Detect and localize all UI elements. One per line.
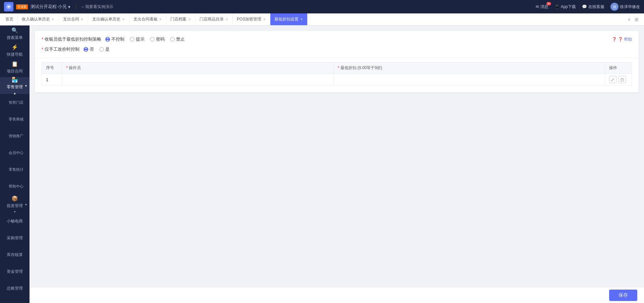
tab-payment-contract[interactable]: 支出合同 × [59, 13, 88, 26]
sidebar-item-retail-mall[interactable]: 零售商城 [0, 111, 30, 128]
demo-link[interactable]: ○ 我要看实例演示 [82, 4, 113, 10]
sidebar-item-marketing[interactable]: 营销推广 [0, 128, 30, 144]
sidebar-wholesale-label: 批发管理 [7, 203, 23, 209]
tab-payment-contract-label: 支出合同 [63, 16, 79, 22]
sidebar: 🔍 搜索菜单 ⚡ 快捷导航 📋 项目合同 🏪 零售管理 ▲ 智营门店 零售商城 … [0, 26, 30, 303]
policy-option-none-label: 不控制 [111, 36, 124, 42]
sidebar-item-wholesale[interactable]: 📦 批发管理 ▾ [0, 196, 30, 213]
tab-store-archive[interactable]: 门店档案 × [166, 13, 196, 26]
tab-payment-contract-close[interactable]: × [80, 17, 84, 21]
tab-payment-confirm-history-close[interactable]: × [122, 17, 125, 21]
col-header-discount: * 最低折扣 (9.00等于9折) [333, 62, 605, 74]
main-card: 收银员低于最低折扣控制策略 不控制 提示 [35, 31, 639, 92]
sidebar-item-search[interactable]: 🔍 搜索菜单 [0, 26, 30, 42]
manual-label: 仅手工改价时控制 [42, 46, 79, 52]
pro-badge: 专业版 [16, 4, 28, 9]
tab-min-discount-close[interactable]: × [300, 17, 303, 21]
tab-payment-board[interactable]: 支出合同看板 × [129, 13, 167, 26]
policy-radio-forbid[interactable] [170, 37, 175, 42]
delete-icon[interactable] [619, 76, 626, 83]
tab-store-product-label: 门店商品目录 [200, 16, 224, 22]
sidebar-item-ledger[interactable]: 总账管理 [0, 280, 30, 297]
sidebar-item-retail-management[interactable]: 🏪 零售管理 ▲ [0, 77, 30, 94]
app-download-button[interactable]: 📱 App下载 [554, 4, 576, 10]
ecommerce-label: 小畅电商 [7, 218, 23, 224]
content-area: 收银员低于最低折扣控制策略 不控制 提示 [30, 26, 644, 303]
sidebar-item-inventory[interactable]: 库存核算 [0, 246, 30, 263]
tab-min-discount[interactable]: 最低折扣设置 × [270, 13, 308, 26]
sidebar-item-finance[interactable]: 资金管理 [0, 263, 30, 280]
member-center-label: 会员中心 [9, 150, 23, 155]
sidebar-item-quicknav[interactable]: ⚡ 快捷导航 [0, 42, 30, 59]
sidebar-retail-management-label: 零售管理 [7, 84, 23, 90]
project-dropdown-icon[interactable]: ▾ [68, 4, 70, 9]
tab-income-history-close[interactable]: × [51, 17, 55, 21]
app-download-label: App下载 [561, 4, 576, 10]
help-button[interactable]: ❓ ❓ 帮助 [612, 37, 632, 42]
smart-store-label: 智营门店 [9, 100, 23, 105]
discount-input[interactable] [338, 77, 601, 82]
tab-store-product[interactable]: 门店商品目录 × [196, 13, 233, 26]
col-header-seq: 序号 [42, 62, 62, 74]
sidebar-item-purchase[interactable]: 采购管理 [0, 230, 30, 246]
save-button[interactable]: 保存 [609, 290, 637, 301]
svg-rect-1 [621, 79, 624, 81]
sidebar-item-project-contract[interactable]: 📋 项目合同 [0, 59, 30, 76]
sidebar-item-ecommerce[interactable]: 小畅电商 [0, 213, 30, 230]
form-section: 收银员低于最低折扣控制策略 不控制 提示 [35, 31, 639, 58]
sidebar-item-retail-stats[interactable]: 零售统计 [0, 161, 30, 178]
manual-radio-no[interactable] [84, 47, 88, 52]
policy-option-none[interactable]: 不控制 [105, 36, 124, 42]
messages-button[interactable]: ✉ 消息 8 [536, 4, 548, 10]
demo-icon: ○ [82, 4, 84, 9]
policy-option-hint-label: 提示 [136, 36, 145, 42]
tab-pos-password-label: POS加密管理 [237, 16, 261, 22]
cell-discount[interactable] [333, 74, 605, 86]
edit-icon[interactable] [609, 76, 616, 83]
sidebar-item-smart-store[interactable]: 智营门店 [0, 94, 30, 111]
tab-payment-board-close[interactable]: × [159, 17, 162, 21]
tab-pos-password-close[interactable]: × [263, 17, 266, 21]
tab-payment-confirm-history[interactable]: 支出确认单历史 × [88, 13, 129, 26]
sidebar-project-contract-label: 项目合同 [7, 68, 23, 74]
sidebar-item-invoice[interactable]: 发票管理 [0, 297, 30, 303]
marketing-label: 营销推广 [9, 134, 23, 139]
tab-store-archive-close[interactable]: × [188, 17, 191, 21]
policy-label: 收银员低于最低折扣控制策略 [42, 36, 101, 42]
policy-option-forbid[interactable]: 禁止 [170, 36, 185, 42]
manual-option-yes[interactable]: 是 [99, 46, 110, 52]
footer: 保存 [30, 287, 644, 303]
policy-option-hint[interactable]: 提示 [130, 36, 145, 42]
col-header-operator: * 操作员 [62, 62, 334, 74]
manual-radio-yes[interactable] [99, 47, 104, 52]
tab-menu-button[interactable]: ⊞ [633, 16, 640, 23]
sidebar-search-label: 搜索菜单 [7, 35, 23, 41]
user-avatar: 徐 [610, 3, 619, 11]
tabbar: 首页 收入确认单历史 × 支出合同 × 支出确认单历史 × 支出合同看板 × 门… [0, 13, 644, 26]
policy-radio-none[interactable] [105, 37, 110, 42]
demo-label: 我要看实例演示 [85, 4, 113, 10]
user-name: 徐泽华修改 [620, 4, 640, 10]
cell-operator[interactable] [62, 74, 334, 86]
cell-seq: 1 [42, 74, 62, 86]
tab-income-history[interactable]: 收入确认单历史 × [18, 13, 59, 26]
tab-pos-password[interactable]: POS加密管理 × [233, 13, 270, 26]
tab-home[interactable]: 首页 [1, 13, 18, 26]
tab-store-archive-label: 门店档案 [170, 16, 186, 22]
policy-radio-password[interactable] [150, 37, 155, 42]
retail-mall-label: 零售商城 [9, 117, 23, 122]
quicknav-icon: ⚡ [11, 44, 18, 50]
tab-close-button[interactable]: × [627, 16, 632, 23]
table-section: 序号 * 操作员 * 最低折扣 (9.00等于9折) 操作 [35, 62, 639, 92]
project-selector[interactable]: 测试分开花程·小兄 ▾ [31, 4, 70, 10]
online-service-button[interactable]: 💬 在线客服 [582, 4, 604, 10]
policy-radio-hint[interactable] [130, 37, 135, 42]
user-profile-button[interactable]: 徐 徐泽华修改 [610, 3, 640, 11]
sidebar-item-member-center[interactable]: 会员中心 [0, 144, 30, 161]
manual-option-no[interactable]: 否 [84, 46, 94, 52]
retail-stats-label: 零售统计 [9, 167, 23, 172]
sidebar-item-help-center[interactable]: 帮助中心 [0, 178, 30, 195]
operator-input[interactable] [66, 77, 329, 82]
policy-option-password[interactable]: 密码 [150, 36, 165, 42]
tab-store-product-close[interactable]: × [225, 17, 228, 21]
